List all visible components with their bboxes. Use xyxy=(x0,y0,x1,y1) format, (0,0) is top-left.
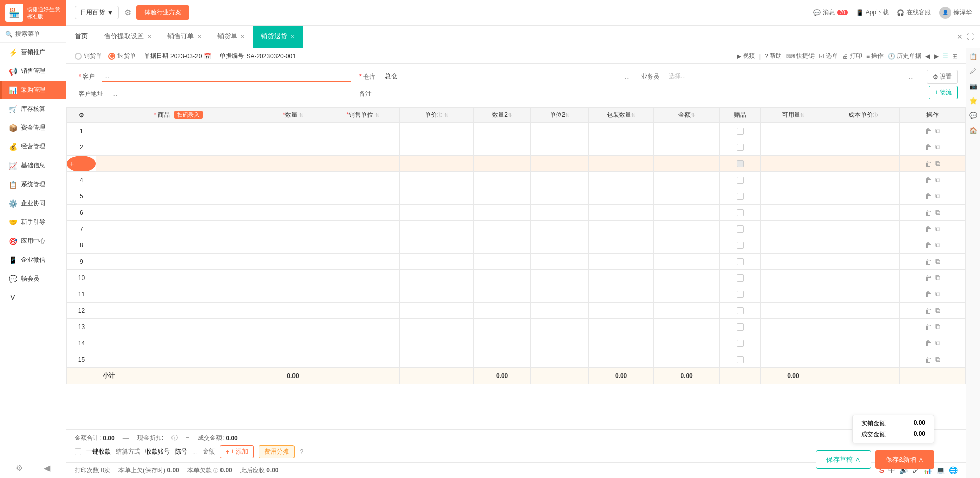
sidebar-item-purchase[interactable]: 🛒 库存核算 xyxy=(0,99,66,118)
copy-row-13[interactable]: ⧉ xyxy=(935,322,940,331)
gift-checkbox-9[interactable] xyxy=(737,258,744,265)
tab-price-settings[interactable]: 售价提取设置 ✕ xyxy=(96,26,159,48)
select-btn[interactable]: ☑ 选单 xyxy=(819,52,838,60)
sort-amount-icon[interactable]: ⇅ xyxy=(691,112,695,118)
col-gear[interactable]: ⚙ xyxy=(67,108,96,123)
remark-input[interactable] xyxy=(379,88,632,99)
tab-close-sales-order[interactable]: ✕ xyxy=(197,34,201,39)
rp-icon-4[interactable]: ⭐ xyxy=(969,97,977,105)
tab-sales-order[interactable]: 销售订单 ✕ xyxy=(159,26,209,48)
tab-home[interactable]: 首页 xyxy=(66,26,96,48)
gift-checkbox-5[interactable] xyxy=(737,193,744,200)
tab-close-sales-return[interactable]: ✕ xyxy=(290,34,295,39)
rp-icon-3[interactable]: 📷 xyxy=(969,82,977,90)
gift-checkbox-2[interactable] xyxy=(737,144,744,151)
sort-pack-icon[interactable]: ⇅ xyxy=(631,112,635,118)
sort-avail-icon[interactable]: ⇅ xyxy=(800,112,804,118)
next-record-btn[interactable]: ▶ xyxy=(934,53,939,60)
settings-bottom-icon[interactable]: ⚙ xyxy=(16,463,23,473)
user-item[interactable]: 👤 徐泽华 xyxy=(939,7,972,19)
delete-row-15[interactable]: 🗑 xyxy=(925,356,932,364)
gift-checkbox-4[interactable] xyxy=(737,177,744,184)
radio-return[interactable]: 退货单 xyxy=(108,52,136,60)
help-btn[interactable]: ? 帮助 xyxy=(765,52,782,60)
settings-button[interactable]: ⚙ 设置 xyxy=(927,70,958,84)
save-draft-button[interactable]: 保存草稿 ∧ xyxy=(816,450,871,469)
sidebar-item-quicknav[interactable]: ⚡ 营销推广 xyxy=(0,43,66,62)
sidebar-item-inventory[interactable]: 📦 资金管理 xyxy=(0,118,66,137)
gift-checkbox-1[interactable] xyxy=(737,128,744,135)
calendar-icon[interactable]: 📅 xyxy=(204,53,211,60)
one-click-pay-checkbox[interactable] xyxy=(75,448,81,455)
gift-checkbox-6[interactable] xyxy=(737,209,744,216)
tab-close-sales-delivery[interactable]: ✕ xyxy=(240,34,244,39)
gift-checkbox-3[interactable] xyxy=(737,160,744,167)
address-input[interactable]: ... xyxy=(110,88,351,99)
gift-checkbox-14[interactable] xyxy=(737,340,744,347)
copy-row-12[interactable]: ⧉ xyxy=(935,306,940,315)
sidebar-item-promotion[interactable]: 📢 销售管理 xyxy=(0,62,66,81)
delete-row-14[interactable]: 🗑 xyxy=(925,339,932,347)
delete-row-7[interactable]: 🗑 xyxy=(925,225,932,233)
discount-help-icon[interactable]: ⓘ xyxy=(172,434,178,442)
copy-row-8[interactable]: ⧉ xyxy=(935,241,940,249)
copy-row-6[interactable]: ⧉ xyxy=(935,208,940,217)
gift-checkbox-15[interactable] xyxy=(737,356,744,363)
gift-checkbox-8[interactable] xyxy=(737,242,744,249)
delete-row-4[interactable]: 🗑 xyxy=(925,176,932,184)
tab-close-price-settings[interactable]: ✕ xyxy=(147,34,151,39)
rp-icon-5[interactable]: 💬 xyxy=(969,112,977,119)
sort-qty2-icon[interactable]: ⇅ xyxy=(508,112,512,118)
fee-help-icon[interactable]: ? xyxy=(300,448,303,456)
copy-row-2[interactable]: ⧉ xyxy=(935,143,940,152)
sidebar-item-appcenter[interactable]: 📱 企业微信 xyxy=(0,250,66,269)
delete-row-1[interactable]: 🗑 xyxy=(925,127,932,135)
copy-row-5[interactable]: ⧉ xyxy=(935,192,940,200)
copy-row-11[interactable]: ⧉ xyxy=(935,290,940,298)
copy-row-3[interactable]: ⧉ xyxy=(935,159,940,168)
prev-record-btn[interactable]: ◀ xyxy=(925,53,930,60)
gift-checkbox-7[interactable] xyxy=(737,225,744,233)
copy-row-1[interactable]: ⧉ xyxy=(935,127,940,135)
rp-icon-6[interactable]: 🏠 xyxy=(969,127,977,134)
rp-icon-2[interactable]: 🖊 xyxy=(970,67,976,75)
online-service-item[interactable]: 🎧 在线客服 xyxy=(897,8,931,17)
shortcut-btn[interactable]: ⌨ 快捷键 xyxy=(786,52,815,60)
gift-checkbox-12[interactable] xyxy=(737,307,744,314)
sidebar-item-system[interactable]: ⚙️ 企业协同 xyxy=(0,194,66,213)
operation-btn[interactable]: ≡ 操作 xyxy=(866,52,884,60)
copy-row-9[interactable]: ⧉ xyxy=(935,257,940,266)
add-logistics-button[interactable]: + 物流 xyxy=(929,86,958,99)
list-view-btn[interactable]: ☰ xyxy=(943,53,948,60)
delete-row-10[interactable]: 🗑 xyxy=(925,274,932,282)
delete-row-11[interactable]: 🗑 xyxy=(925,290,932,298)
sort-price-icon[interactable]: ⇅ xyxy=(444,112,448,118)
tab-sales-delivery[interactable]: 销货单 ✕ xyxy=(209,26,253,48)
gift-checkbox-11[interactable] xyxy=(737,291,744,298)
sidebar-item-finance[interactable]: 💰 经营管理 xyxy=(0,137,66,156)
delete-row-3[interactable]: 🗑 xyxy=(925,160,932,168)
gift-checkbox-13[interactable] xyxy=(737,323,744,331)
delete-row-9[interactable]: 🗑 xyxy=(925,258,932,266)
industry-select[interactable]: 日用百货 ▼ xyxy=(75,6,119,19)
copy-row-7[interactable]: ⧉ xyxy=(935,224,940,233)
tab-sales-return[interactable]: 销货退货 ✕ xyxy=(253,26,303,48)
window-expand-btn[interactable]: ⛶ xyxy=(967,33,974,41)
delete-row-12[interactable]: 🗑 xyxy=(925,307,932,315)
print-btn[interactable]: 🖨 打印 xyxy=(842,52,862,60)
sidebar-item-sales[interactable]: 📊 采购管理 xyxy=(0,81,66,99)
sidebar-item-wechat[interactable]: 💬 畅会员 xyxy=(0,269,66,288)
radio-delivery[interactable]: 销货单 xyxy=(75,52,102,60)
salesperson-input[interactable]: 选择... ... xyxy=(667,71,916,82)
fee-split-button[interactable]: 费用分摊 xyxy=(259,445,295,458)
delete-row-2[interactable]: 🗑 xyxy=(925,143,932,152)
delete-row-5[interactable]: 🗑 xyxy=(925,192,932,200)
customer-input[interactable]: ... xyxy=(102,71,351,82)
collapse-icon[interactable]: ◀ xyxy=(44,463,50,473)
rp-icon-1[interactable]: 📋 xyxy=(969,53,977,60)
experience-button[interactable]: 体验行业方案 xyxy=(136,5,189,20)
sort-unit-icon[interactable]: ⇅ xyxy=(375,112,379,118)
sidebar-item-business[interactable]: 📈 基础信息 xyxy=(0,156,66,175)
gift-checkbox-10[interactable] xyxy=(737,274,744,282)
delete-row-6[interactable]: 🗑 xyxy=(925,209,932,217)
